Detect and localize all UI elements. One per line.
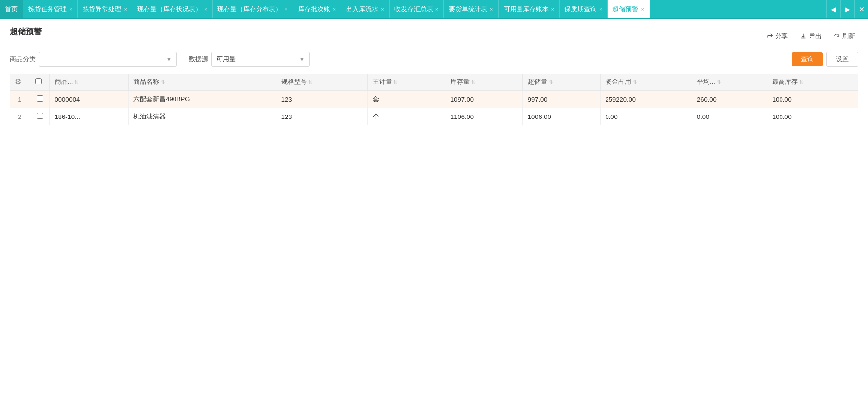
cell-code: 0000004 xyxy=(49,91,129,108)
nav-item-home[interactable]: 首页 xyxy=(0,0,23,19)
row-checkbox-cell xyxy=(30,91,49,108)
settings-icon[interactable]: ⚙ xyxy=(15,78,21,86)
close-icon[interactable]: × xyxy=(381,6,384,12)
sort-icon: ⇅ xyxy=(799,79,803,85)
cell-spec: 123 xyxy=(276,91,368,108)
close-icon[interactable]: × xyxy=(204,6,207,12)
sort-icon: ⇅ xyxy=(549,79,553,85)
refresh-button[interactable]: 刷新 xyxy=(830,30,858,42)
category-filter-group: 商品分类 ▼ xyxy=(10,52,177,67)
sort-icon: ⇅ xyxy=(308,79,312,85)
cell-name: 六配套新昌490BPG xyxy=(129,91,276,108)
nav-item-batch-account[interactable]: 库存批次账 × xyxy=(293,0,341,19)
sort-icon: ⇅ xyxy=(717,79,721,85)
nav-arrow-right[interactable]: ▶ xyxy=(840,0,854,19)
table-header-row: ⚙ 商品... ⇅ 商品名称 ⇅ xyxy=(10,74,858,91)
cell-overstock: 997.00 xyxy=(522,91,600,108)
nav-item-pick-task[interactable]: 拣货任务管理 × xyxy=(23,0,78,19)
row-checkbox[interactable] xyxy=(37,113,43,119)
cell-stock: 1106.00 xyxy=(445,108,522,125)
export-button[interactable]: 导出 xyxy=(797,30,825,42)
cell-stock: 1097.00 xyxy=(445,91,522,108)
th-code[interactable]: 商品... ⇅ xyxy=(49,74,129,91)
table-row: 1 0000004 六配套新昌490BPG 123 套 1097.00 997.… xyxy=(10,91,858,108)
table-body: 1 0000004 六配套新昌490BPG 123 套 1097.00 997.… xyxy=(10,91,858,125)
nav-arrow-left[interactable]: ◀ xyxy=(826,0,840,19)
cell-unit: 个 xyxy=(368,108,445,125)
th-overstock[interactable]: 超储量 ⇅ xyxy=(522,74,600,91)
close-icon[interactable]: × xyxy=(490,6,493,12)
select-all-checkbox[interactable] xyxy=(35,78,42,84)
nav-item-pick-exception[interactable]: 拣货异常处理 × xyxy=(78,0,132,19)
th-spec[interactable]: 规格型号 ⇅ xyxy=(276,74,368,91)
datasource-label: 数据源 xyxy=(189,55,208,64)
page-wrapper: 超储预警 分享 导出 刷新 商品分类 xyxy=(0,19,868,133)
settings-button[interactable]: 设置 xyxy=(826,52,858,67)
nav-item-expiry-query[interactable]: 保质期查询 × xyxy=(560,0,608,19)
nav-arrow-close[interactable]: ✕ xyxy=(854,0,868,19)
share-button[interactable]: 分享 xyxy=(763,30,791,42)
close-icon[interactable]: × xyxy=(333,6,336,12)
close-icon[interactable]: × xyxy=(641,6,644,12)
page-title: 超储预警 xyxy=(10,27,42,37)
nav-arrows: ◀ ▶ ✕ xyxy=(826,0,868,19)
cell-unit: 套 xyxy=(368,91,445,108)
chevron-down-icon: ▼ xyxy=(299,56,304,62)
data-table: ⚙ 商品... ⇅ 商品名称 ⇅ xyxy=(10,74,858,125)
sort-icon: ⇅ xyxy=(161,79,165,85)
sort-icon: ⇅ xyxy=(633,79,637,85)
close-icon[interactable]: × xyxy=(124,6,127,12)
row-num: 2 xyxy=(10,108,30,125)
nav-item-stock-dist[interactable]: 现存量（库存分布表） × xyxy=(213,0,293,19)
category-select[interactable]: ▼ xyxy=(39,52,177,67)
row-checkbox-cell xyxy=(30,108,49,125)
cell-code: 186-10... xyxy=(49,108,129,125)
filter-row: 商品分类 ▼ 数据源 可用量 ▼ 查询 设置 xyxy=(10,52,858,67)
nav-item-order-stats[interactable]: 要货单统计表 × xyxy=(444,0,498,19)
cell-name: 机油滤清器 xyxy=(129,108,276,125)
cell-max-stock: 100.00 xyxy=(767,108,858,125)
toolbar: 分享 导出 刷新 xyxy=(763,30,858,42)
close-icon[interactable]: × xyxy=(551,6,554,12)
th-name[interactable]: 商品名称 ⇅ xyxy=(129,74,276,91)
page-container: 超储预警 分享 导出 刷新 商品分类 xyxy=(0,19,868,133)
th-checkbox xyxy=(30,74,49,91)
cell-avg: 0.00 xyxy=(692,108,767,125)
filter-actions: 查询 设置 xyxy=(792,52,858,67)
refresh-icon xyxy=(833,33,840,40)
cell-max-stock: 100.00 xyxy=(767,91,858,108)
cell-spec: 123 xyxy=(276,108,368,125)
datasource-value: 可用量 xyxy=(217,55,236,64)
share-icon xyxy=(766,33,773,40)
nav-item-receive-summary[interactable]: 收发存汇总表 × xyxy=(390,0,444,19)
nav-item-inout-flow[interactable]: 出入库流水 × xyxy=(341,0,389,19)
th-settings: ⚙ xyxy=(10,74,30,91)
close-icon[interactable]: × xyxy=(435,6,438,12)
nav-item-stock-status[interactable]: 现存量（库存状况表） × xyxy=(132,0,213,19)
chevron-down-icon: ▼ xyxy=(166,56,172,62)
nav-item-overstock-warning[interactable]: 超储预警 × xyxy=(608,0,649,19)
row-num: 1 xyxy=(10,91,30,108)
cell-capital: 0.00 xyxy=(600,108,692,125)
close-icon[interactable]: × xyxy=(69,6,72,12)
sort-icon: ⇅ xyxy=(393,79,397,85)
datasource-select[interactable]: 可用量 ▼ xyxy=(211,52,310,67)
th-stock[interactable]: 库存量 ⇅ xyxy=(445,74,522,91)
sort-icon: ⇅ xyxy=(471,79,475,85)
export-icon xyxy=(800,33,807,40)
query-button[interactable]: 查询 xyxy=(792,52,823,66)
cell-overstock: 1006.00 xyxy=(522,108,600,125)
row-checkbox[interactable] xyxy=(37,95,43,102)
th-capital[interactable]: 资金占用 ⇅ xyxy=(600,74,692,91)
datasource-filter-group: 数据源 可用量 ▼ xyxy=(189,52,310,67)
category-label: 商品分类 xyxy=(10,55,36,64)
th-unit[interactable]: 主计量 ⇅ xyxy=(368,74,445,91)
th-avg[interactable]: 平均... ⇅ xyxy=(692,74,767,91)
top-navigation: 首页 拣货任务管理 × 拣货异常处理 × 现存量（库存状况表） × 现存量（库存… xyxy=(0,0,868,19)
close-icon[interactable]: × xyxy=(284,6,287,12)
close-icon[interactable]: × xyxy=(599,6,602,12)
table-row: 2 186-10... 机油滤清器 123 个 1106.00 1006.00 … xyxy=(10,108,858,125)
th-max-stock[interactable]: 最高库存 ⇅ xyxy=(767,74,858,91)
cell-avg: 260.00 xyxy=(692,91,767,108)
nav-item-available-book[interactable]: 可用量库存账本 × xyxy=(499,0,560,19)
